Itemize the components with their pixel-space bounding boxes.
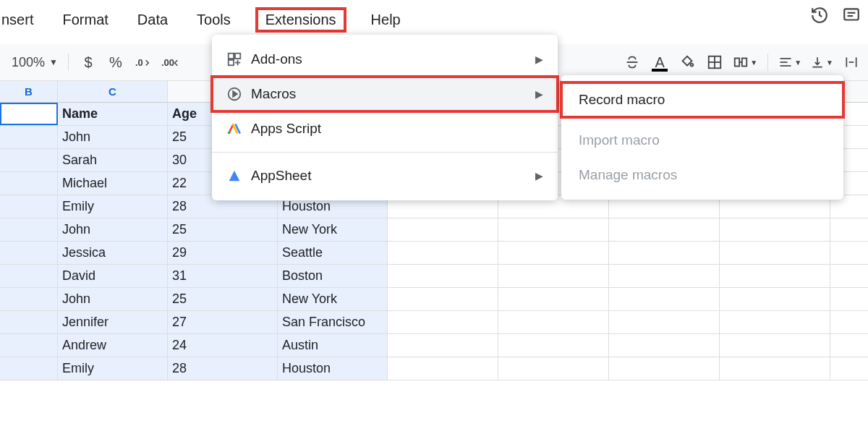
cell-name[interactable]: Andrew bbox=[58, 334, 168, 357]
menu-manage-macros: Manage macros bbox=[561, 158, 843, 192]
cell-name[interactable]: Michael bbox=[58, 172, 168, 195]
cell-name[interactable]: Emily bbox=[58, 357, 168, 380]
cell-city[interactable]: Austin bbox=[278, 334, 388, 357]
cell[interactable] bbox=[0, 242, 58, 264]
cell-city[interactable]: Houston bbox=[278, 357, 388, 380]
increase-decimal-button[interactable]: .00 bbox=[158, 50, 183, 75]
cell[interactable] bbox=[388, 242, 498, 264]
currency-format-button[interactable]: $ bbox=[76, 50, 101, 75]
cell[interactable] bbox=[0, 288, 58, 310]
menu-record-macro[interactable]: Record macro bbox=[561, 82, 843, 117]
cell-city[interactable]: New York bbox=[278, 218, 388, 241]
cell[interactable] bbox=[609, 218, 720, 241]
borders-button[interactable] bbox=[702, 50, 727, 75]
history-icon[interactable] bbox=[810, 6, 829, 25]
cell[interactable] bbox=[0, 149, 58, 171]
cell-name[interactable]: John bbox=[58, 126, 168, 148]
menu-macros[interactable]: Macros ▶ bbox=[212, 77, 558, 111]
cell-age[interactable]: 29 bbox=[168, 242, 278, 264]
cell[interactable] bbox=[0, 126, 58, 148]
menu-insert[interactable]: nsert bbox=[0, 10, 38, 30]
cell[interactable] bbox=[0, 265, 58, 287]
submenu-arrow-icon: ▶ bbox=[535, 54, 543, 65]
cell-city[interactable]: Seattle bbox=[278, 242, 388, 264]
cell[interactable] bbox=[498, 334, 609, 357]
percent-format-button[interactable]: % bbox=[103, 50, 128, 75]
text-wrap-button[interactable] bbox=[839, 50, 864, 75]
strikethrough-button[interactable] bbox=[620, 50, 644, 75]
cell-name[interactable]: Emily bbox=[58, 195, 168, 218]
cell[interactable] bbox=[720, 311, 830, 333]
menu-apps-script[interactable]: Apps Script bbox=[212, 111, 558, 146]
menu-data[interactable]: Data bbox=[133, 10, 172, 30]
cell-age[interactable]: 28 bbox=[168, 357, 278, 380]
menu-tools[interactable]: Tools bbox=[192, 10, 235, 30]
cell[interactable] bbox=[0, 334, 58, 357]
chevron-down-icon: ▼ bbox=[750, 59, 757, 67]
cell[interactable] bbox=[609, 265, 720, 287]
cell[interactable] bbox=[720, 288, 830, 310]
cell[interactable] bbox=[498, 242, 609, 264]
cell[interactable] bbox=[388, 357, 498, 380]
vertical-align-button[interactable]: ▼ bbox=[807, 50, 836, 75]
cell[interactable] bbox=[0, 195, 58, 218]
cell-age[interactable]: 24 bbox=[168, 334, 278, 357]
svg-rect-19 bbox=[229, 60, 234, 65]
cell[interactable] bbox=[609, 334, 720, 357]
cell-name[interactable]: John bbox=[58, 218, 168, 241]
menu-addons[interactable]: Add-ons ▶ bbox=[212, 42, 558, 77]
cell-age[interactable]: 25 bbox=[168, 218, 278, 241]
cell-age[interactable]: 31 bbox=[168, 265, 278, 287]
cell[interactable] bbox=[388, 311, 498, 333]
cell[interactable] bbox=[720, 265, 830, 287]
text-color-button[interactable]: A bbox=[647, 50, 672, 75]
decrease-decimal-button[interactable]: .0 bbox=[131, 50, 156, 75]
cell[interactable] bbox=[609, 357, 720, 380]
cell[interactable] bbox=[720, 218, 830, 241]
col-header-b[interactable]: B bbox=[0, 81, 58, 102]
cell[interactable] bbox=[388, 265, 498, 287]
col-header-c[interactable]: C bbox=[58, 81, 168, 102]
cell[interactable] bbox=[0, 172, 58, 195]
cell[interactable] bbox=[609, 242, 720, 264]
menu-format[interactable]: Format bbox=[58, 10, 112, 30]
cell[interactable] bbox=[498, 311, 609, 333]
cell[interactable] bbox=[0, 218, 58, 241]
svg-rect-18 bbox=[235, 54, 240, 59]
cell[interactable] bbox=[498, 288, 609, 310]
cell[interactable] bbox=[0, 357, 58, 380]
cell-city[interactable]: San Francisco bbox=[278, 311, 388, 333]
selected-cell[interactable] bbox=[0, 103, 58, 125]
zoom-level[interactable]: 100% ▼ bbox=[9, 50, 61, 75]
menu-extensions[interactable]: Extensions bbox=[255, 7, 346, 33]
cell-name[interactable]: David bbox=[58, 265, 168, 287]
svg-rect-10 bbox=[742, 59, 746, 67]
cell[interactable] bbox=[609, 288, 720, 310]
fill-color-button[interactable] bbox=[675, 50, 699, 75]
cell[interactable] bbox=[0, 311, 58, 333]
cell-name[interactable]: Sarah bbox=[58, 149, 168, 171]
cell[interactable] bbox=[388, 218, 498, 241]
menu-help[interactable]: Help bbox=[367, 10, 405, 30]
cell-age[interactable]: 25 bbox=[168, 288, 278, 310]
cell[interactable] bbox=[609, 311, 720, 333]
cell-name[interactable]: Jennifer bbox=[58, 311, 168, 333]
cell[interactable] bbox=[388, 334, 498, 357]
cell[interactable] bbox=[498, 357, 609, 380]
cell-age[interactable]: 27 bbox=[168, 311, 278, 333]
cell[interactable] bbox=[720, 357, 830, 380]
cell-city[interactable]: New York bbox=[278, 288, 388, 310]
header-name[interactable]: Name bbox=[58, 103, 168, 125]
cell[interactable] bbox=[720, 242, 830, 264]
cell[interactable] bbox=[498, 265, 609, 287]
menu-appsheet[interactable]: AppSheet ▶ bbox=[212, 158, 558, 193]
cell-city[interactable]: Boston bbox=[278, 265, 388, 287]
cell[interactable] bbox=[388, 288, 498, 310]
cell[interactable] bbox=[498, 218, 609, 241]
cell-name[interactable]: Jessica bbox=[58, 242, 168, 264]
cell[interactable] bbox=[720, 334, 830, 357]
comments-icon[interactable] bbox=[842, 6, 861, 25]
horizontal-align-button[interactable]: ▼ bbox=[775, 50, 804, 75]
cell-name[interactable]: John bbox=[58, 288, 168, 310]
merge-cells-button[interactable]: ▼ bbox=[730, 50, 760, 75]
